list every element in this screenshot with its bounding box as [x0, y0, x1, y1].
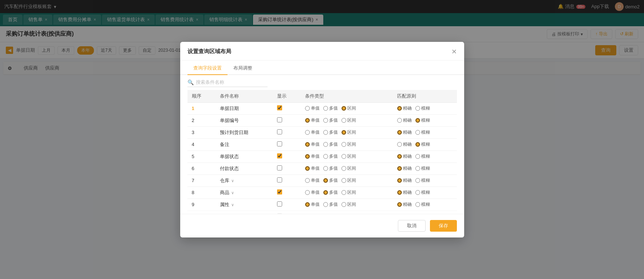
tab-query-fields-label: 查询字段设置 — [193, 65, 222, 71]
tab-layout-adjust[interactable]: 布局调整 — [228, 62, 258, 75]
modal-overlay: 设置查询区域布局 ✕ 查询字段设置 布局调整 🔍 顺序 — [0, 0, 644, 78]
dialog-header: 设置查询区域布局 ✕ — [180, 42, 464, 60]
dialog-title: 设置查询区域布局 — [187, 48, 231, 55]
tab-layout-adjust-label: 布局调整 — [233, 65, 252, 71]
condition-search-bar: 🔍 — [180, 75, 464, 78]
dialog-close-button[interactable]: ✕ — [451, 48, 457, 56]
tab-query-fields[interactable]: 查询字段设置 — [187, 62, 228, 75]
dialog-tabs: 查询字段设置 布局调整 — [180, 62, 464, 75]
dialog: 设置查询区域布局 ✕ 查询字段设置 布局调整 🔍 顺序 — [180, 42, 464, 78]
